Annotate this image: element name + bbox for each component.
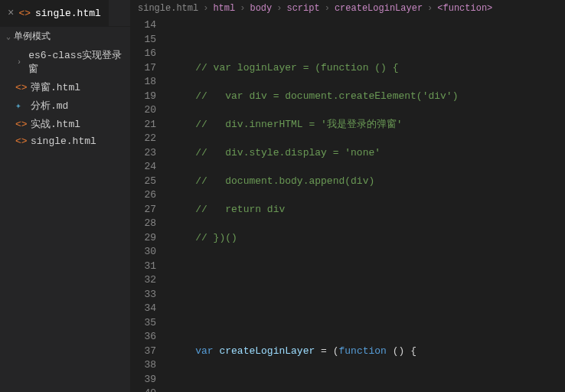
tree-file-analysis[interactable]: ✦ 分析.md <box>0 96 130 115</box>
editor-area: single.html › html › body › script › cre… <box>130 0 565 392</box>
code-area[interactable]: 14 15 16 17 18 19 20 21 22 23 24 25 26 2… <box>130 17 565 392</box>
tree-file-practice[interactable]: <> 实战.html <box>0 115 130 133</box>
html-icon: <> <box>15 119 26 130</box>
tree-file-single[interactable]: <> single.html <box>0 133 130 149</box>
chevron-right-icon: › <box>276 3 282 14</box>
breadcrumb-seg: <function> <box>437 3 492 14</box>
html-icon: <> <box>15 136 26 147</box>
breadcrumb[interactable]: single.html › html › body › script › cre… <box>130 0 565 17</box>
chevron-right-icon: › <box>17 58 24 67</box>
sidebar: × <> single.html ⌄ 单例模式 › es6-class实现登录窗… <box>0 0 130 392</box>
chevron-right-icon: › <box>240 3 245 14</box>
chevron-right-icon: › <box>427 3 433 14</box>
line-gutter: 14 15 16 17 18 19 20 21 22 23 24 25 26 2… <box>130 17 168 392</box>
tree-item-label: 弹窗.html <box>31 80 80 94</box>
markdown-icon: ✦ <box>15 100 26 112</box>
tree-item-label: es6-class实现登录窗 <box>28 48 124 76</box>
breadcrumb-seg: createLoginLayer <box>335 3 423 14</box>
tree-item-label: single.html <box>31 136 96 147</box>
breadcrumb-seg: script <box>286 3 319 14</box>
tree-item-label: 实战.html <box>31 117 80 131</box>
html-icon: <> <box>15 82 26 93</box>
breadcrumb-file: single.html <box>138 3 198 14</box>
html-icon: <> <box>18 8 31 19</box>
close-icon[interactable]: × <box>8 7 14 19</box>
code-content[interactable]: // var loginLayer = (function () { // va… <box>168 17 565 392</box>
main-layout: × <> single.html ⌄ 单例模式 › es6-class实现登录窗… <box>0 0 565 392</box>
breadcrumb-seg: html <box>213 3 235 14</box>
tree-file-popup[interactable]: <> 弹窗.html <box>0 78 130 96</box>
chevron-right-icon: › <box>203 3 208 14</box>
tab-label: single.html <box>35 8 101 19</box>
folder-name: 单例模式 <box>14 30 51 43</box>
breadcrumb-seg: body <box>250 3 272 14</box>
sidebar-tab-bar: × <> single.html <box>0 0 130 27</box>
tree-folder-es6[interactable]: › es6-class实现登录窗 <box>0 46 130 78</box>
chevron-right-icon: › <box>325 3 330 14</box>
tree-item-label: 分析.md <box>31 99 68 113</box>
open-editor-tab[interactable]: × <> single.html <box>0 0 109 26</box>
folder-header[interactable]: ⌄ 单例模式 <box>0 27 130 46</box>
chevron-down-icon: ⌄ <box>6 32 11 41</box>
